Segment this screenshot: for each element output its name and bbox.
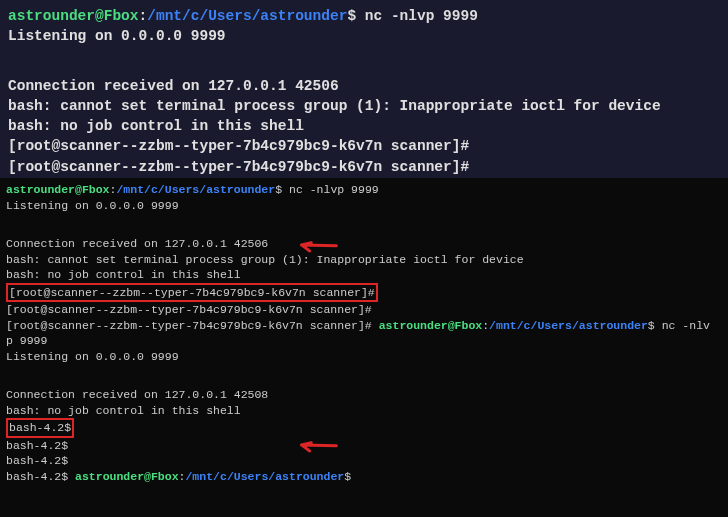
prompt-line-1[interactable]: astrounder@Fbox:/mnt/c/Users/astrounder$… [8,6,720,26]
bash-prompt-2[interactable]: bash-4.2$ [6,438,722,454]
prompt-line-2[interactable]: astrounder@Fbox:/mnt/c/Users/astrounder$… [6,182,722,198]
user-host: astrounder@Fbox [379,319,483,332]
command-text-2: nc -nlv [662,319,710,332]
final-prompt-line[interactable]: bash-4.2$ astrounder@Fbox:/mnt/c/Users/a… [6,469,722,485]
bash-error-1: bash: cannot set terminal process group … [8,96,720,116]
user-host: astrounder@Fbox [6,183,110,196]
command-text: nc -nlvp 9999 [289,183,379,196]
bash-error-5: bash: no job control in this shell [6,403,722,419]
user-host-final: astrounder@Fbox [75,470,179,483]
bash-error-2: bash: no job control in this shell [8,116,720,136]
scanner-prompt-1[interactable]: [root@scanner--zzbm--typer-7b4c979bc9-k6… [8,136,720,156]
bash-prompt-boxed-line[interactable]: bash-4.2$ [6,418,722,438]
path: /mnt/c/Users/astrounder [147,8,347,24]
path: /mnt/c/Users/astrounder [489,319,648,332]
command-text: nc -nlvp 9999 [365,8,478,24]
path-final: /mnt/c/Users/astrounder [185,470,344,483]
scanner-prompt-boxed-line[interactable]: [root@scanner--zzbm--typer-7b4c979bc9-k6… [6,283,722,303]
listening-output-2: Listening on 0.0.0.0 9999 [6,198,722,214]
scanner-prompt-2[interactable]: [root@scanner--zzbm--typer-7b4c979bc9-k6… [8,157,720,177]
path: /mnt/c/Users/astrounder [116,183,275,196]
scanner-prompt-with-cmd[interactable]: [root@scanner--zzbm--typer-7b4c979bc9-k6… [6,318,722,334]
prompt-symbol: $ [347,8,356,24]
prompt-symbol-final: $ [344,470,351,483]
user-host: astrounder@Fbox [8,8,139,24]
command-wrap: p 9999 [6,333,722,349]
prompt-symbol: $ [648,319,655,332]
listening-output-3: Listening on 0.0.0.0 9999 [6,349,722,365]
connection-output-2: Connection received on 127.0.0.1 42506 [6,236,722,252]
prompt-symbol: $ [275,183,282,196]
listening-output: Listening on 0.0.0.0 9999 [8,26,720,46]
red-highlight-box-2: bash-4.2$ [6,418,74,438]
bash-error-4: bash: no job control in this shell [6,267,722,283]
terminal-top-panel: astrounder@Fbox:/mnt/c/Users/astrounder$… [0,0,728,178]
scanner-prompt-4: [root@scanner--zzbm--typer-7b4c979bc9-k6… [6,319,372,332]
connection-output: Connection received on 127.0.0.1 42506 [8,76,720,96]
bash-prompt-3[interactable]: bash-4.2$ [6,453,722,469]
scanner-prompt-3[interactable]: [root@scanner--zzbm--typer-7b4c979bc9-k6… [6,302,722,318]
bash-prompt-4: bash-4.2$ [6,470,68,483]
red-highlight-box-1: [root@scanner--zzbm--typer-7b4c979bc9-k6… [6,283,378,303]
bash-error-3: bash: cannot set terminal process group … [6,252,722,268]
connection-output-3: Connection received on 127.0.0.1 42508 [6,387,722,403]
terminal-bottom-panel: astrounder@Fbox:/mnt/c/Users/astrounder$… [0,178,728,517]
